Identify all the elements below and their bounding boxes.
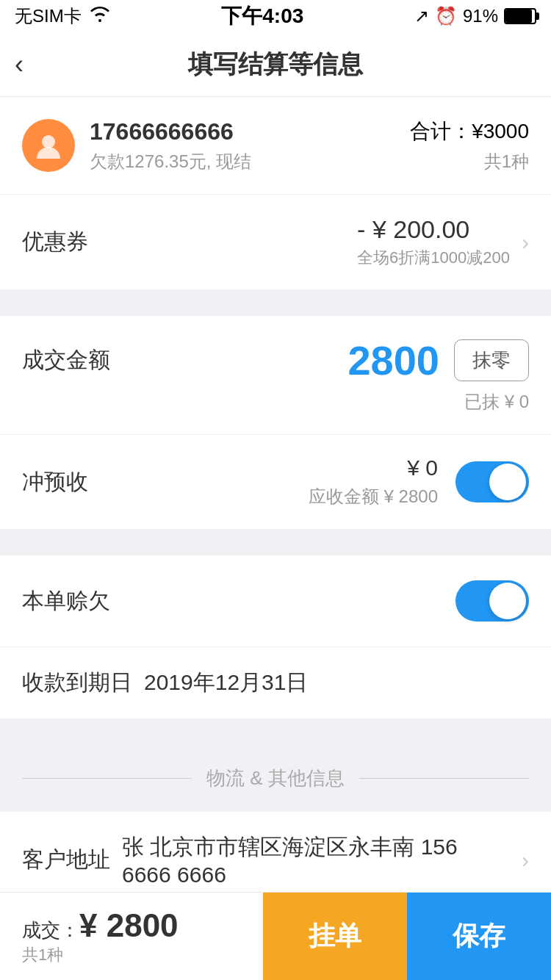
carrier-label: 无SIM卡 — [15, 4, 82, 28]
coupon-amount: - ¥ 200.00 — [357, 215, 510, 244]
hang-order-button[interactable]: 挂单 — [263, 893, 407, 981]
coupon-desc: 全场6折满1000减200 — [357, 247, 510, 269]
status-left: 无SIM卡 — [15, 4, 111, 28]
total-label: 合计： — [410, 120, 472, 143]
debt-label: 本单赊欠 — [22, 586, 110, 616]
prepay-amount: ¥ 0 — [309, 455, 438, 480]
toggle-knob — [489, 464, 526, 500]
save-button[interactable]: 保存 — [407, 893, 551, 981]
location-icon: ↗ — [414, 6, 429, 26]
status-right: ↗ ⏰ 91% — [414, 6, 536, 26]
address-value: 张 北京市市辖区海淀区永丰南 156 6666 6666 — [110, 832, 522, 887]
footer-deal-row: 成交：¥ 2800 — [22, 907, 241, 944]
debt-toggle[interactable] — [455, 580, 529, 621]
status-time: 下午4:03 — [221, 2, 303, 30]
chevron-right-icon: › — [522, 230, 529, 255]
footer-count: 共1种 — [22, 944, 241, 966]
battery-icon — [504, 8, 536, 24]
deal-amount-value: 2800 — [347, 336, 439, 384]
prepay-label: 冲预收 — [22, 467, 88, 497]
prepay-row: 冲预收 ¥ 0 应收金额 ¥ 2800 — [0, 434, 551, 529]
round-off-button[interactable]: 抹零 — [454, 339, 529, 381]
separator-1 — [0, 301, 551, 316]
address-label: 客户地址 — [22, 845, 110, 875]
order-count: 共1种 — [410, 150, 529, 173]
separator-2 — [0, 541, 551, 555]
coupon-row[interactable]: 优惠券 - ¥ 200.00 全场6折满1000减200 › — [0, 194, 551, 289]
total-value: ¥3000 — [472, 120, 529, 143]
nav-bar: ‹ 填写结算等信息 — [0, 32, 551, 97]
address-chevron-icon: › — [522, 848, 529, 873]
coupon-label: 优惠券 — [22, 227, 88, 257]
prepay-right: ¥ 0 应收金额 ¥ 2800 — [309, 455, 529, 508]
svg-point-0 — [42, 135, 55, 148]
customer-sub: 欠款1276.35元, 现结 — [90, 150, 251, 173]
customer-row: 17666666666 欠款1276.35元, 现结 合计：¥3000 共1种 — [0, 97, 551, 194]
status-bar: 无SIM卡 下午4:03 ↗ ⏰ 91% — [0, 0, 551, 32]
customer-phone: 17666666666 — [90, 118, 251, 145]
deal-sub: 已抹 ¥ 0 — [22, 390, 529, 414]
back-button[interactable]: ‹ — [15, 49, 24, 80]
separator-3 — [0, 730, 551, 745]
customer-left: 17666666666 欠款1276.35元, 现结 — [22, 118, 251, 173]
logistics-section-header: 物流 & 其他信息 — [0, 745, 551, 812]
coupon-amount-block: - ¥ 200.00 全场6折满1000减200 — [357, 215, 510, 269]
due-date-row: 收款到期日 2019年12月31日 — [22, 668, 529, 698]
due-date-section: 收款到期日 2019年12月31日 — [0, 646, 551, 718]
due-date-value: 2019年12月31日 — [144, 668, 308, 698]
deal-section: 成交金额 2800 抹零 已抹 ¥ 0 冲预收 ¥ 0 应收金额 ¥ 2800 — [0, 316, 551, 529]
customer-section: 17666666666 欠款1276.35元, 现结 合计：¥3000 共1种 … — [0, 97, 551, 289]
total-row: 合计：¥3000 — [410, 118, 529, 145]
prepay-amount-block: ¥ 0 应收金额 ¥ 2800 — [309, 455, 438, 508]
due-date-label: 收款到期日 — [22, 668, 132, 698]
footer-amount: ¥ 2800 — [79, 907, 179, 943]
footer-left: 成交：¥ 2800 共1种 — [0, 907, 263, 966]
customer-right: 合计：¥3000 共1种 — [410, 118, 529, 173]
deal-label: 成交金额 — [22, 345, 110, 375]
deal-amount-row: 成交金额 2800 抹零 已抹 ¥ 0 — [0, 316, 551, 434]
logistics-label: 物流 & 其他信息 — [206, 765, 345, 791]
deal-right: 2800 抹零 — [347, 336, 529, 384]
page-title: 填写结算等信息 — [188, 48, 363, 82]
coupon-right: - ¥ 200.00 全场6折满1000减200 › — [357, 215, 529, 269]
logistics-line-left — [22, 778, 192, 779]
deal-row: 成交金额 2800 抹零 — [22, 336, 529, 384]
debt-row: 本单赊欠 — [0, 555, 551, 646]
footer-deal-label: 成交： — [22, 919, 79, 941]
battery-percent: 91% — [463, 6, 498, 26]
logistics-line-right — [359, 778, 529, 779]
prepay-toggle[interactable] — [455, 461, 529, 502]
wifi-icon — [89, 6, 111, 26]
debt-toggle-knob — [489, 583, 526, 619]
avatar — [22, 119, 75, 172]
debt-section: 本单赊欠 收款到期日 2019年12月31日 — [0, 555, 551, 718]
alarm-icon: ⏰ — [435, 6, 457, 26]
prepay-sub: 应收金额 ¥ 2800 — [309, 485, 438, 508]
footer: 成交：¥ 2800 共1种 挂单 保存 — [0, 892, 551, 980]
customer-info: 17666666666 欠款1276.35元, 现结 — [90, 118, 251, 173]
